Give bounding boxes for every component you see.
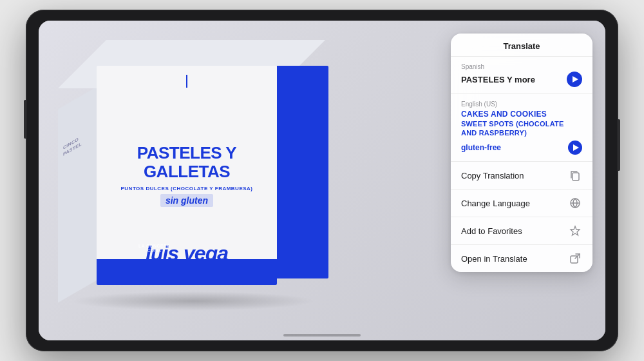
panel-title: Translate bbox=[461, 41, 582, 51]
box-front-face: PASTELES Y GALLETAS PUNTOS DULCES (CHOCO… bbox=[97, 66, 277, 278]
box-right-face bbox=[277, 66, 328, 278]
copy-translation-label: Copy Translation bbox=[461, 171, 524, 180]
panel-header: Translate bbox=[451, 34, 592, 57]
box-left-face: CINCO PASTEL bbox=[58, 85, 100, 303]
box-bottom-face: LA CONGESA CDMX bbox=[97, 259, 277, 285]
change-language-action[interactable]: Change Language bbox=[451, 190, 592, 217]
copy-translation-action[interactable]: Copy Translation bbox=[451, 162, 592, 190]
open-icon bbox=[568, 251, 582, 266]
svg-marker-3 bbox=[571, 226, 580, 235]
copy-icon bbox=[568, 168, 582, 182]
box-sin-gluten: sin gluten bbox=[160, 194, 213, 207]
source-section: Spanish PASTELES Y more bbox=[451, 57, 592, 94]
change-language-label: Change Language bbox=[461, 199, 530, 208]
play-triangle-icon bbox=[573, 76, 578, 83]
language-icon bbox=[568, 196, 582, 210]
box-bottom-text: LA CONGESA CDMX bbox=[138, 244, 170, 253]
source-text-row: PASTELES Y more bbox=[461, 72, 582, 87]
ipad-screen: CINCO PASTEL PASTELES Y GALLETAS PUNTOS … bbox=[39, 21, 605, 340]
target-lang-label: English (US) bbox=[461, 101, 582, 108]
translation-line2: SWEET SPOTS (CHOCOLATE bbox=[461, 120, 582, 128]
gluten-play-button[interactable] bbox=[568, 141, 582, 155]
ipad-frame: CINCO PASTEL PASTELES Y GALLETAS PUNTOS … bbox=[26, 10, 618, 351]
add-to-favorites-action[interactable]: Add to Favorites bbox=[451, 217, 592, 245]
translation-line3: AND RASPBERRY) bbox=[461, 129, 582, 137]
svg-rect-0 bbox=[573, 173, 579, 180]
gluten-row: gluten-free bbox=[461, 141, 582, 155]
home-indicator bbox=[283, 334, 361, 337]
box-front-subtitle: PUNTOS DULCES (CHOCOLATE Y FRAMBUESA) bbox=[120, 186, 252, 191]
translation-section: English (US) CAKES AND COOKIES SWEET SPO… bbox=[451, 94, 592, 162]
box-left-text: CINCO PASTEL bbox=[63, 134, 82, 157]
open-in-translate-label: Open in Translate bbox=[461, 254, 527, 264]
translate-panel: Translate Spanish PASTELES Y more Englis… bbox=[451, 34, 592, 272]
open-in-translate-action[interactable]: Open in Translate bbox=[451, 245, 592, 272]
product-box: CINCO PASTEL PASTELES Y GALLETAS PUNTOS … bbox=[58, 40, 380, 317]
box-front-title: PASTELES Y GALLETAS bbox=[137, 144, 236, 180]
source-lang-label: Spanish bbox=[461, 63, 582, 70]
box-3d: CINCO PASTEL PASTELES Y GALLETAS PUNTOS … bbox=[58, 40, 328, 285]
star-icon bbox=[568, 224, 582, 238]
add-to-favorites-label: Add to Favorites bbox=[461, 226, 522, 236]
source-play-button[interactable] bbox=[567, 72, 582, 87]
box-top-line-decoration bbox=[186, 75, 187, 88]
gluten-text: gluten-free bbox=[461, 143, 501, 152]
box-shadow bbox=[71, 291, 316, 311]
gluten-play-icon bbox=[573, 144, 579, 151]
translation-line1: CAKES AND COOKIES bbox=[461, 110, 582, 119]
source-text: PASTELES Y more bbox=[461, 75, 535, 84]
